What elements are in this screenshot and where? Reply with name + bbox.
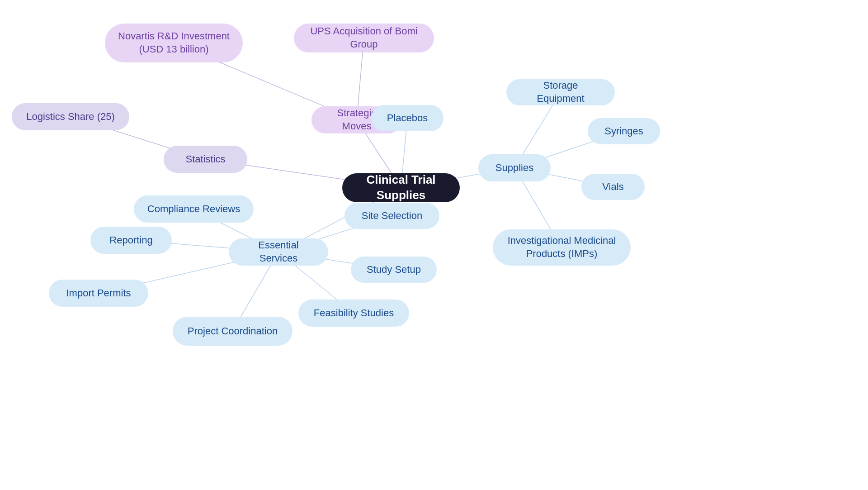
reporting-node: Reporting xyxy=(90,227,172,254)
reporting-label: Reporting xyxy=(109,234,152,247)
vials-label: Vials xyxy=(602,181,623,194)
supplies-label: Supplies xyxy=(495,162,533,175)
placebos-label: Placebos xyxy=(387,112,428,125)
site-selection-label: Site Selection xyxy=(362,209,423,223)
project-coord-node: Project Coordination xyxy=(173,317,292,346)
study-setup-node: Study Setup xyxy=(351,257,437,283)
supplies-node: Supplies xyxy=(478,154,551,181)
imps-label: Investigational Medicinal Products (IMPs… xyxy=(505,234,618,260)
essential-services-node: Essential Services xyxy=(229,238,328,266)
project-coord-label: Project Coordination xyxy=(188,325,278,338)
syringes-label: Syringes xyxy=(604,125,643,138)
import-permits-label: Import Permits xyxy=(66,287,131,300)
ups-node: UPS Acquisition of Bomi Group xyxy=(294,24,434,52)
feasibility-node: Feasibility Studies xyxy=(298,300,409,327)
site-selection-node: Site Selection xyxy=(344,203,439,229)
novartis-node: Novartis R&D Investment (USD 13 billion) xyxy=(105,24,243,62)
compliance-label: Compliance Reviews xyxy=(147,203,240,216)
statistics-node: Statistics xyxy=(164,146,247,173)
logistics-node: Logistics Share (25) xyxy=(12,103,129,130)
ups-label: UPS Acquisition of Bomi Group xyxy=(307,25,421,51)
import-permits-node: Import Permits xyxy=(49,280,148,307)
statistics-label: Statistics xyxy=(185,153,225,166)
center-node: Clinical Trial Supplies xyxy=(342,173,460,202)
vials-node: Vials xyxy=(581,174,645,200)
compliance-node: Compliance Reviews xyxy=(134,195,254,223)
placebos-node: Placebos xyxy=(371,105,443,131)
syringes-node: Syringes xyxy=(588,118,660,144)
center-label: Clinical Trial Supplies xyxy=(364,172,438,203)
storage-label: Storage Equipment xyxy=(519,79,602,105)
feasibility-label: Feasibility Studies xyxy=(314,307,394,320)
study-setup-label: Study Setup xyxy=(367,263,421,276)
logistics-label: Logistics Share (25) xyxy=(26,110,115,124)
essential-label: Essential Services xyxy=(241,239,316,265)
imps-node: Investigational Medicinal Products (IMPs… xyxy=(493,229,631,266)
novartis-label: Novartis R&D Investment (USD 13 billion) xyxy=(118,30,230,56)
storage-node: Storage Equipment xyxy=(506,79,615,105)
